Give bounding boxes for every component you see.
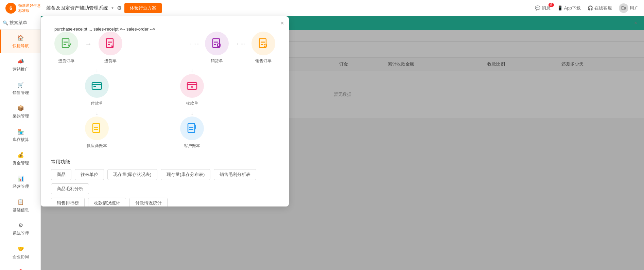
common-functions: 常用功能 商品 往来单位 现存量(库存状况表) 现存量(库存分布表) 销售毛利分…: [41, 159, 289, 206]
message-badge: 6: [549, 3, 554, 7]
func-btn-collection-stats[interactable]: 收款情况统计: [88, 198, 126, 206]
customer-ledger-label: 客户账本: [184, 143, 200, 149]
sidebar: 🔍 搜索菜单 🏠 快捷导航 📣 营销推广 🛒 销售管理 📦 采购管理 🏪: [0, 16, 41, 270]
marketing-icon: 📣: [17, 57, 25, 65]
sidebar-item-newbie[interactable]: 🎯 新手引导: [0, 264, 40, 270]
app-download-item[interactable]: 📱 App下载: [557, 5, 581, 11]
func-btn-sales-profit[interactable]: 销售毛利分析表: [214, 169, 256, 180]
purchase-receipt-label: 进货单: [104, 58, 117, 64]
purchase-receipt-circle: [99, 32, 122, 55]
system-title-text: 装备及固定资产辅助管理系统: [46, 5, 108, 11]
collection-circle: ¥: [180, 74, 204, 98]
sidebar-item-label: 采购管理: [13, 113, 29, 119]
system-icon: ⚙: [17, 221, 25, 229]
flow-node-purchase-receipt[interactable]: 进货单: [99, 32, 122, 64]
sidebar-item-label: 经营管理: [13, 184, 29, 190]
basic-icon: 📋: [17, 198, 25, 206]
supplier-ledger-label: 供应商账本: [87, 143, 107, 149]
purchase-order-circle: [54, 32, 78, 55]
flow-node-purchase-order[interactable]: 进货订单: [54, 32, 78, 64]
sidebar-search[interactable]: 🔍 搜索菜单: [0, 16, 40, 30]
trial-button[interactable]: 体验行业方案: [124, 3, 162, 13]
app-download-label: App下载: [564, 5, 581, 11]
system-title-area: 装备及固定资产辅助管理系统 ▼ ⚙ 体验行业方案: [46, 3, 535, 13]
sidebar-item-enterprise[interactable]: 🤝 企业协同: [0, 240, 40, 264]
sidebar-item-label: 快捷导航: [13, 43, 29, 49]
payment-label: 付款单: [91, 101, 103, 106]
operation-icon: 📊: [17, 174, 25, 182]
dashed-arrow-1: ←- -: [189, 40, 198, 55]
sidebar-item-system[interactable]: ⚙ 系统管理: [0, 217, 40, 240]
header-right: 💬 消息 6 📱 App下载 🎧 在线客服 Ea 用户: [535, 3, 639, 13]
svg-rect-28: [92, 124, 93, 132]
sidebar-item-marketing[interactable]: 📣 营销推广: [0, 53, 40, 76]
flow-node-customer-ledger[interactable]: 客户账本: [180, 116, 204, 149]
payment-circle: [85, 74, 109, 98]
system-dropdown-arrow[interactable]: ▼: [111, 6, 114, 10]
func-btn-stock-status[interactable]: 现存量(库存状况表): [107, 169, 157, 180]
message-icon-item[interactable]: 💬 消息 6: [535, 5, 551, 11]
dashed-arrow-2: ←- -: [236, 40, 245, 55]
flow-node-sales-receipt[interactable]: 销货单: [205, 32, 229, 64]
func-btn-stock-dist[interactable]: 现存量(库存分布表): [161, 169, 211, 180]
modal-close-button[interactable]: ×: [280, 20, 284, 27]
supplier-ledger-circle: [85, 116, 109, 140]
svg-rect-20: [93, 86, 96, 87]
func-btn-goods[interactable]: 商品: [51, 169, 71, 180]
sidebar-nav: 🏠 快捷导航 📣 营销推广 🛒 销售管理 📦 采购管理 🏪 库存核算 💰: [0, 30, 40, 270]
sidebar-item-sales[interactable]: 🛒 销售管理: [0, 76, 40, 100]
flow-node-payment[interactable]: 付款单: [85, 74, 109, 106]
sidebar-item-label: 基础信息: [13, 207, 29, 213]
flow-row-3: 供应商账本 客户账本: [54, 116, 275, 149]
flow-node-supplier-ledger[interactable]: 供应商账本: [85, 116, 109, 149]
collection-label: 收款单: [186, 101, 198, 106]
arrow-right-1: →: [85, 40, 92, 55]
inventory-icon: 🏪: [17, 127, 25, 136]
sidebar-item-basic[interactable]: 📋 基础信息: [0, 194, 40, 217]
user-avatar-item[interactable]: Ea 用户: [619, 3, 639, 13]
sidebar-item-label: 营销推广: [13, 67, 29, 72]
sidebar-item-label: 系统管理: [13, 231, 29, 236]
func-btn-sales-ranking[interactable]: 销售排行榜: [51, 198, 85, 206]
func-btn-payment-stats[interactable]: 付款情况统计: [129, 198, 168, 206]
sidebar-item-purchase[interactable]: 📦 采购管理: [0, 100, 40, 123]
flow-node-collection[interactable]: ¥ 收款单: [180, 74, 204, 106]
headset-icon: 🎧: [588, 5, 593, 11]
arrow-down-payment: ↓: [95, 68, 98, 73]
sales-icon: 🛒: [17, 80, 25, 89]
sidebar-item-quick-nav[interactable]: 🏠 快捷导航: [0, 30, 40, 53]
func-btn-partners[interactable]: 往来单位: [75, 169, 104, 180]
sidebar-item-operation[interactable]: 📊 经营管理: [0, 170, 40, 194]
gear-button[interactable]: ⚙: [117, 5, 122, 11]
flow-diagram: purchase-receipt ... sales-receipt <-- s…: [41, 16, 289, 159]
sidebar-item-finance[interactable]: 💰 资金管理: [0, 147, 40, 170]
customer-ledger-circle: [180, 116, 204, 140]
sidebar-item-inventory[interactable]: 🏪 库存核算: [0, 123, 40, 147]
phone-icon: 📱: [557, 5, 563, 11]
search-icon: 🔍: [3, 20, 8, 25]
newbie-icon: 🎯: [17, 268, 25, 270]
sidebar-item-label: 企业协同: [13, 254, 29, 260]
flow-row-2: 付款单 ¥ 收款单: [54, 74, 275, 106]
quick-nav-modal: × purchase-receipt ... sales-receipt <--…: [41, 16, 289, 206]
enterprise-icon: 🤝: [17, 245, 25, 253]
online-service-label: 在线客服: [594, 5, 612, 11]
svg-text:¥: ¥: [191, 86, 193, 89]
sidebar-item-label: 资金管理: [13, 160, 29, 166]
user-label: 用户: [630, 5, 639, 11]
arrow-down-collection: ↓: [191, 68, 193, 73]
flow-row-1: 进货订单 → 进货单 ←- -: [54, 32, 275, 64]
modal-overlay[interactable]: × purchase-receipt ... sales-receipt <--…: [41, 16, 644, 270]
flow-node-sales-order[interactable]: 销售订单: [251, 32, 275, 64]
svg-rect-18: [92, 83, 102, 89]
logo-text: 畅康通好生意 标准版: [18, 3, 41, 13]
func-buttons-row-1: 商品 往来单位 现存量(库存状况表) 现存量(库存分布表) 销售毛利分析表 商品…: [51, 169, 279, 194]
arrow-down-customer: ↓: [191, 110, 193, 116]
online-service-item[interactable]: 🎧 在线客服: [588, 5, 612, 11]
message-icon: 💬: [535, 5, 540, 11]
sales-order-circle: [251, 32, 275, 55]
finance-icon: 💰: [17, 151, 25, 159]
sidebar-item-label: 库存核算: [13, 137, 29, 143]
sidebar-item-label: 销售管理: [13, 90, 29, 96]
func-btn-goods-profit[interactable]: 商品毛利分析: [51, 183, 89, 194]
